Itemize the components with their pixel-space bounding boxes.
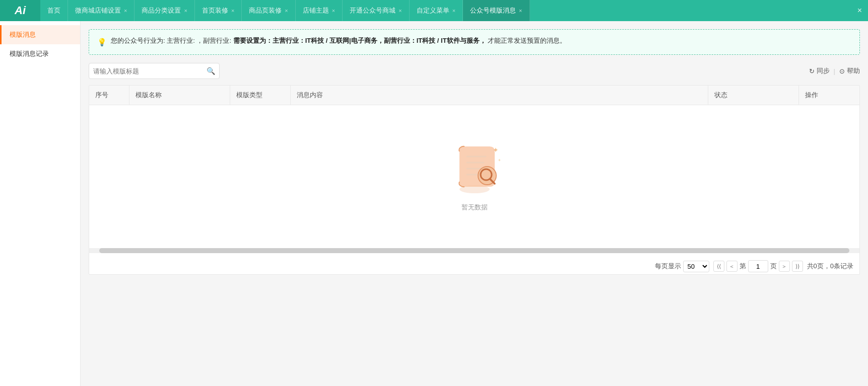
nav-tab-close-shop-settings[interactable]: × <box>124 8 127 14</box>
first-page-button[interactable]: ⟨⟨ <box>713 261 724 272</box>
total-info: 共0页，0条记录 <box>807 262 853 271</box>
page-size-selector[interactable]: 每页显示 102050100 <box>655 261 709 272</box>
sidebar-item-template-msg[interactable]: 模版消息 <box>0 25 80 44</box>
sidebar: 模版消息模版消息记录 <box>0 21 81 386</box>
nav-tab-template-msg[interactable]: 公众号模版消息× <box>463 0 529 21</box>
horizontal-scrollbar[interactable] <box>89 248 859 253</box>
toolbar-right: ↻ 同步 | ⊙ 帮助 <box>809 66 860 75</box>
nav-tab-close-custom-menu[interactable]: × <box>452 8 455 14</box>
help-icon: ⊙ <box>839 67 845 75</box>
table-col-index: 序号 <box>89 86 129 105</box>
page-size-select-input[interactable]: 102050100 <box>683 261 709 272</box>
sidebar-item-template-record[interactable]: 模版消息记录 <box>0 44 80 63</box>
svg-text:✦: ✦ <box>493 146 499 154</box>
scrollbar-thumb[interactable] <box>99 248 849 253</box>
table-col-name: 模版名称 <box>129 86 230 105</box>
notice-banner: 💡 您的公众号行业为: 主营行业: ，副营行业: 需要设置为：主营行业：IT科技… <box>89 29 860 55</box>
search-input[interactable] <box>93 67 207 75</box>
nav-tab-product-decoration[interactable]: 商品页装修× <box>242 0 295 21</box>
page-input-area: 第 页 <box>740 260 777 272</box>
nav-tab-close-product-decoration[interactable]: × <box>285 8 288 14</box>
nav-tab-home[interactable]: 首页 <box>40 0 68 21</box>
main-layout: 模版消息模版消息记录 💡 您的公众号行业为: 主营行业: ，副营行业: 需要设置… <box>0 21 868 386</box>
nav-tab-close-category-settings[interactable]: × <box>184 8 187 14</box>
prev-page-button[interactable]: ＜ <box>726 261 738 272</box>
nav-tab-home-decoration[interactable]: 首页装修× <box>195 0 242 21</box>
nav-tab-custom-menu[interactable]: 自定义菜单× <box>410 0 463 21</box>
svg-text:✦: ✦ <box>498 158 501 163</box>
sync-icon: ↻ <box>809 67 815 75</box>
data-table: 序号模版名称模版类型消息内容状态操作 <box>89 85 860 275</box>
nav-tab-close-open-mall[interactable]: × <box>398 8 402 14</box>
notice-text: 您的公众号行业为: 主营行业: ，副营行业: 需要设置为：主营行业：IT科技 /… <box>111 36 566 46</box>
search-box[interactable]: 🔍 <box>89 63 220 79</box>
table-col-action: 操作 <box>799 86 859 105</box>
logo: Ai <box>0 0 40 21</box>
nav-tab-open-mall[interactable]: 开通公众号商城× <box>343 0 409 21</box>
empty-illustration: ✦ ✦ <box>444 136 505 197</box>
table-col-status: 状态 <box>708 86 799 105</box>
sync-button[interactable]: ↻ 同步 <box>809 66 830 75</box>
top-navigation: Ai 首页微商城店铺设置×商品分类设置×首页装修×商品页装修×店铺主题×开通公众… <box>0 0 868 21</box>
empty-state-text: 暂无数据 <box>461 203 488 212</box>
table-body: ✦ ✦ 暂无数据 <box>89 105 859 246</box>
table-col-type: 模版类型 <box>230 86 291 105</box>
toolbar-divider: | <box>834 67 835 75</box>
page-unit: 页 <box>770 262 777 271</box>
nav-tab-shop-settings[interactable]: 微商城店铺设置× <box>68 0 135 21</box>
nav-tab-close-home-decoration[interactable]: × <box>231 8 234 14</box>
table-header: 序号模版名称模版类型消息内容状态操作 <box>89 86 859 105</box>
main-content: 💡 您的公众号行业为: 主营行业: ，副营行业: 需要设置为：主营行业：IT科技… <box>81 21 868 386</box>
nav-tab-close-template-msg[interactable]: × <box>519 8 522 14</box>
nav-tab-category-settings[interactable]: 商品分类设置× <box>135 0 194 21</box>
nav-tab-shop-theme[interactable]: 店铺主题× <box>296 0 343 21</box>
global-close-button[interactable]: × <box>857 6 862 15</box>
help-button[interactable]: ⊙ 帮助 <box>839 66 860 75</box>
page-navigation: ⟨⟨ ＜ 第 页 ＞ ⟩⟩ <box>713 260 803 272</box>
page-number-input[interactable] <box>748 260 768 272</box>
search-button[interactable]: 🔍 <box>207 67 215 75</box>
last-page-button[interactable]: ⟩⟩ <box>792 261 803 272</box>
page-size-label: 每页显示 <box>655 262 681 271</box>
bulb-icon: 💡 <box>97 36 107 48</box>
next-page-button[interactable]: ＞ <box>779 261 790 272</box>
nav-tab-close-shop-theme[interactable]: × <box>332 8 335 14</box>
table-col-content: 消息内容 <box>291 86 708 105</box>
page-word: 第 <box>740 262 746 271</box>
search-area: 🔍 ↻ 同步 | ⊙ 帮助 <box>89 63 860 79</box>
pagination-area: 每页显示 102050100 ⟨⟨ ＜ 第 页 ＞ ⟩⟩ 共0页，0条记录 <box>89 255 859 274</box>
